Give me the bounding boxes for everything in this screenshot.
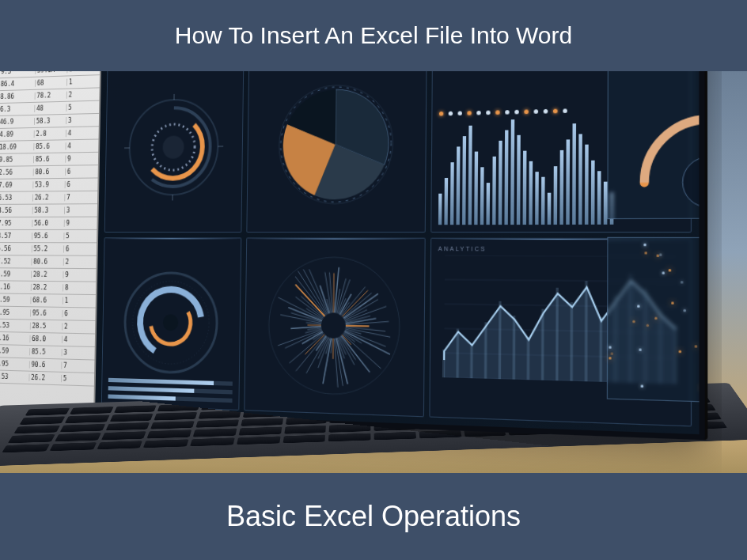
starburst-chart-icon	[260, 248, 409, 405]
svg-line-28	[340, 336, 356, 360]
svg-line-43	[296, 335, 325, 372]
svg-point-112	[683, 157, 700, 207]
laptop-screen: 19.359.6A8286.468138.8678.2246.3485546.9…	[0, 71, 707, 440]
svg-line-22	[344, 331, 390, 354]
table-row: 137.9556.09	[0, 218, 97, 230]
svg-line-71	[333, 273, 334, 312]
hologram-panel-top	[607, 71, 699, 219]
radial-gauge-icon	[116, 264, 226, 382]
table-row: 92.5680.66	[0, 165, 98, 180]
dashboard-grid: ANALYTICS	[95, 71, 699, 434]
table-row: 188.1628.28	[0, 281, 96, 295]
svg-line-17	[346, 326, 370, 327]
svg-line-37	[323, 338, 331, 384]
table-row: 128.5658.33	[0, 204, 97, 218]
spreadsheet-column: 19.359.6A8286.468138.8678.2246.3485546.9…	[0, 71, 101, 412]
radial-gauge-icon	[119, 89, 228, 205]
laptop-graphic: 19.359.6A8286.468138.8678.2246.3485546.9…	[0, 71, 747, 473]
svg-line-45	[290, 333, 324, 364]
progress-bars	[108, 378, 232, 403]
hero-illustration: 19.359.6A8286.468138.8678.2246.3485546.9…	[0, 71, 747, 473]
page-title: How To Insert An Excel File Into Word	[175, 22, 572, 49]
pie-panel-top	[246, 71, 427, 233]
table-row: 107.6953.96	[0, 178, 98, 192]
svg-line-52	[290, 326, 321, 329]
header-band: How To Insert An Excel File Into Word	[0, 0, 747, 71]
pie-chart-icon	[267, 71, 406, 217]
screen-content: 19.359.6A8286.468138.8678.2246.3485546.9…	[0, 71, 700, 434]
hologram-panel-bottom	[607, 237, 700, 406]
svg-line-65	[303, 269, 328, 314]
table-row: 175.5928.29	[0, 268, 97, 282]
svg-line-57	[288, 307, 322, 320]
arc-gauge-icon	[609, 71, 700, 218]
table-row: 258.5326.25	[0, 370, 94, 387]
svg-line-25	[343, 334, 381, 369]
table-row: 167.5280.62	[0, 255, 97, 269]
table-row: 89.8585.69	[0, 153, 98, 167]
gauge-panel-top	[104, 71, 245, 233]
table-row: 156.5655.26	[0, 243, 97, 256]
table-row: 198.5968.61	[0, 293, 96, 308]
gauge-panel-bottom	[101, 237, 241, 411]
table-row: 148.5795.65	[0, 230, 97, 243]
svg-point-15	[163, 314, 179, 331]
svg-line-70	[329, 272, 333, 312]
svg-line-27	[341, 335, 370, 372]
footer-band: Basic Excel Operations	[0, 473, 747, 560]
svg-line-75	[338, 279, 350, 313]
category-title: Basic Excel Operations	[226, 500, 521, 533]
svg-point-4	[162, 136, 184, 159]
table-row: 116.5326.27	[0, 191, 97, 205]
starburst-panel	[244, 237, 425, 417]
